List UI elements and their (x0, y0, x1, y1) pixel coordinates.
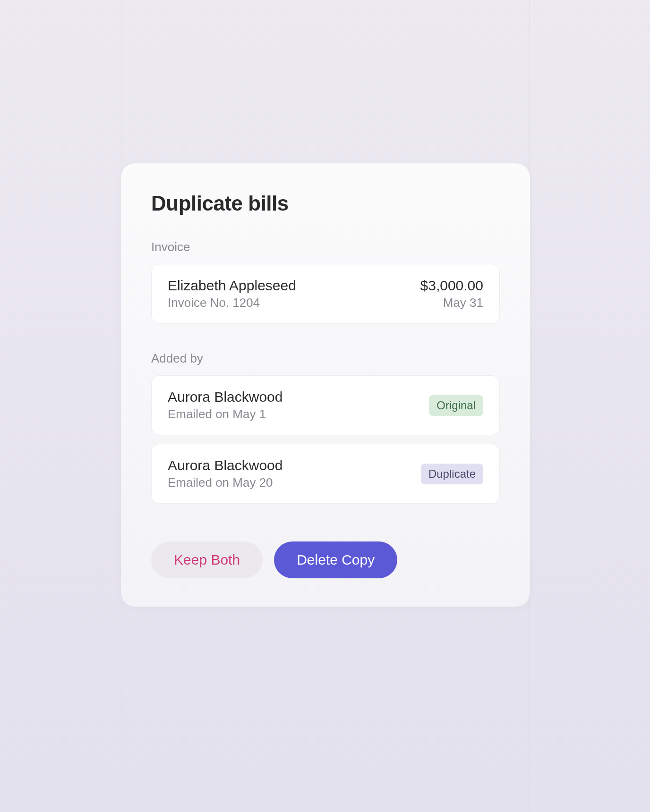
added-by-entry-original[interactable]: Aurora Blackwood Emailed on May 1 Origin… (151, 375, 500, 435)
modal-title: Duplicate bills (151, 192, 500, 215)
added-by-section-label: Added by (151, 351, 500, 366)
invoice-date: May 31 (443, 296, 483, 310)
invoice-amount: $3,000.00 (420, 278, 483, 294)
duplicate-bills-modal: Duplicate bills Invoice Elizabeth Apples… (121, 163, 530, 607)
invoice-card[interactable]: Elizabeth Appleseed Invoice No. 1204 $3,… (151, 264, 500, 324)
invoice-section-label: Invoice (151, 240, 500, 254)
modal-actions: Keep Both Delete Copy (151, 541, 500, 578)
entry-name: Aurora Blackwood (168, 457, 282, 474)
delete-copy-button[interactable]: Delete Copy (274, 541, 397, 578)
original-badge: Original (429, 395, 483, 416)
entry-detail: Emailed on May 20 (168, 475, 282, 490)
entry-detail: Emailed on May 1 (168, 407, 282, 422)
invoice-card-right: $3,000.00 May 31 (420, 278, 483, 310)
grid-line-horizontal (0, 647, 650, 647)
added-by-entry-duplicate[interactable]: Aurora Blackwood Emailed on May 20 Dupli… (151, 444, 500, 504)
invoice-number: Invoice No. 1204 (168, 296, 296, 310)
entry-left: Aurora Blackwood Emailed on May 20 (168, 457, 282, 490)
invoice-card-left: Elizabeth Appleseed Invoice No. 1204 (168, 278, 296, 310)
duplicate-badge: Duplicate (421, 464, 483, 484)
entry-name: Aurora Blackwood (168, 389, 282, 405)
invoice-payee: Elizabeth Appleseed (168, 278, 296, 294)
entry-left: Aurora Blackwood Emailed on May 1 (168, 389, 282, 422)
keep-both-button[interactable]: Keep Both (151, 541, 263, 578)
